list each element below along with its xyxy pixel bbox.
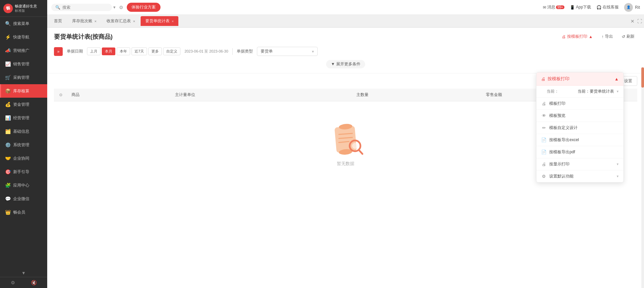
tab-order-stats[interactable]: 要货单统计表 × <box>141 16 178 26</box>
sidebar-search[interactable]: 🔍 搜索菜单 <box>0 17 47 30</box>
main-area: 🔍 ▾ ⚙ 体验行业方案 ✉ 消息 99+ 📱 App下载 🎧 在线客服 👤 <box>47 0 644 288</box>
date-cur-month[interactable]: 本月 <box>102 47 115 55</box>
dropdown-header: 🖨 按模板打印 ▲ <box>536 72 623 86</box>
wechat-icon: 💬 <box>4 195 11 202</box>
sidebar-item-guide[interactable]: 🎯 新手引导 <box>0 165 47 179</box>
print-btn[interactable]: 🖨 按模板打印 ▲ <box>559 32 595 41</box>
dropdown-item-display-print[interactable]: 🖨 按显示打印 ▾ <box>536 158 623 170</box>
empty-illustration <box>329 122 362 155</box>
dropdown-header-right: ▲ <box>614 76 619 82</box>
sidebar-item-operations[interactable]: 📊 经营管理 <box>0 111 47 125</box>
sidebar-item-sales[interactable]: 📈 销售管理 <box>0 57 47 71</box>
search-input[interactable] <box>62 5 106 10</box>
sidebar-item-member[interactable]: 👑 畅会员 <box>0 205 47 219</box>
dropdown-item-template-custom[interactable]: ✏ 模板自定义设计 <box>536 122 623 134</box>
sidebar-item-quicknav[interactable]: ⚡ 快捷导航 <box>0 30 47 44</box>
message-badge: 99+ <box>556 5 564 9</box>
sidebar-item-basic[interactable]: 🗂️ 基础信息 <box>0 125 47 138</box>
refresh-btn[interactable]: ↺ 刷新 <box>619 32 637 41</box>
col-goods: 商品 <box>67 89 171 101</box>
sidebar-item-finance[interactable]: 💰 资金管理 <box>0 98 47 111</box>
topbar-search-box[interactable]: 🔍 <box>51 4 112 11</box>
sidebar-item-system[interactable]: ⚙️ 系统管理 <box>0 138 47 152</box>
sidebar-item-appcenter[interactable]: 🧩 应用中心 <box>0 179 47 192</box>
template-pdf-label: 按模板导出pdf <box>549 149 619 155</box>
date-prev-month[interactable]: 上月 <box>87 47 100 55</box>
tab-close-receipts-summary[interactable]: × <box>133 19 135 23</box>
order-type-select[interactable]: 要货单 ▾ <box>257 47 318 56</box>
tab-batch-account[interactable]: 库存批次账 × <box>67 16 101 26</box>
filter-row: » 单据日期 上月 本月 本年 近7天 更多 自定义 2023-06-01 至 … <box>54 47 637 56</box>
sidebar-item-collab[interactable]: 🤝 企业协同 <box>0 152 47 165</box>
topbar: 🔍 ▾ ⚙ 体验行业方案 ✉ 消息 99+ 📱 App下载 🎧 在线客服 👤 <box>47 0 644 15</box>
dropdown-item-template-pdf[interactable]: 📄 按模板导出pdf <box>536 146 623 158</box>
appcenter-icon: 🧩 <box>4 182 11 189</box>
sales-icon: 📈 <box>4 61 11 67</box>
window-controls: ✕ ⛶ <box>631 19 642 24</box>
filter-divider <box>232 48 233 55</box>
col-settings[interactable]: ⚙ <box>54 89 67 101</box>
sidebar-item-marketing[interactable]: 📣 营销推广 <box>0 44 47 57</box>
export-btn[interactable]: ↑ 导出 <box>599 32 616 41</box>
operations-icon: 📊 <box>4 115 11 121</box>
online-service-btn[interactable]: 🎧 在线客服 <box>596 4 619 10</box>
tab-receipts-summary[interactable]: 收发存汇总表 × <box>102 16 140 26</box>
tab-close-batch-account[interactable]: × <box>94 19 96 23</box>
scrollbar-track <box>641 67 644 288</box>
dropdown-item-template-excel[interactable]: 📄 按模板导出excel <box>536 134 623 146</box>
dropdown-item-template-print[interactable]: 🖨 模板打印 <box>536 98 623 110</box>
empty-text: 暂无数据 <box>337 161 354 167</box>
table-settings-icon[interactable]: ⚙ <box>59 93 63 97</box>
date-7days[interactable]: 近7天 <box>131 47 147 55</box>
template-pdf-icon: 📄 <box>541 150 547 155</box>
expand-down-icon: ▼ <box>331 62 335 66</box>
page-title: 要货单统计表(按商品) <box>54 33 113 41</box>
headset-icon: 🎧 <box>596 5 602 10</box>
sidebar-nav: ⚡ 快捷导航 📣 营销推广 📈 销售管理 🛒 采购管理 📦 库存核算 💰 资金管… <box>0 30 47 269</box>
sidebar-scroll-down[interactable]: ▼ <box>0 269 47 277</box>
dropdown-collapse-arrow[interactable]: ▲ <box>614 76 619 82</box>
expand-more-btn[interactable]: ▼ 展开更多条件 <box>326 60 365 68</box>
collab-icon: 🤝 <box>4 155 11 162</box>
dropdown-current-value: 当前：要货单统计表 <box>578 89 614 94</box>
window-close-btn[interactable]: ✕ <box>631 19 635 24</box>
username-label: Rit <box>635 5 640 10</box>
window-expand-btn[interactable]: ⛶ <box>637 19 642 24</box>
svg-rect-0 <box>334 126 357 153</box>
date-more[interactable]: 更多 <box>148 47 162 55</box>
purchase-icon: 🛒 <box>4 74 11 81</box>
topbar-gear-icon[interactable]: ⚙ <box>119 5 123 10</box>
template-custom-icon: ✏ <box>541 125 547 130</box>
filter-bar: » 单据日期 上月 本月 本年 近7天 更多 自定义 2023-06-01 至 … <box>47 44 644 73</box>
dropdown-item-default-func[interactable]: ⚙ 设置默认功能 ▾ <box>536 170 623 182</box>
settings-bottom-icon[interactable]: ⚙ <box>11 280 15 285</box>
date-custom[interactable]: 自定义 <box>163 47 180 55</box>
dropdown-item-template-preview[interactable]: 👁 模板预览 <box>536 110 623 122</box>
tab-close-order-stats[interactable]: × <box>172 19 174 23</box>
mute-bottom-icon[interactable]: 🔇 <box>31 280 37 285</box>
tab-home[interactable]: 首页 <box>49 16 67 26</box>
dropdown-current-item[interactable]: 当前： 当前：要货单统计表 ▾ <box>536 86 623 98</box>
order-type-value: 要货单 <box>261 49 311 54</box>
export-icon: ↑ <box>602 34 604 39</box>
date-cur-year[interactable]: 本年 <box>117 47 130 55</box>
message-btn[interactable]: ✉ 消息 99+ <box>543 4 564 10</box>
order-type-label: 单据类型 <box>237 49 253 54</box>
message-icon: ✉ <box>543 5 546 10</box>
default-func-arrow: ▾ <box>617 174 619 179</box>
tab-bar: 首页 库存批次账 × 收发存汇总表 × 要货单统计表 × ✕ ⛶ <box>47 15 644 28</box>
sidebar-item-inventory[interactable]: 📦 库存核算 <box>0 84 47 98</box>
date-label: 单据日期 <box>67 49 83 54</box>
print-dropdown-menu: 🖨 按模板打印 ▲ 当前： 当前：要货单统计表 ▾ 🖨 模板打印 👁 模板预览 <box>536 72 624 183</box>
scrollbar-thumb[interactable] <box>641 67 644 88</box>
sidebar-item-wechat[interactable]: 💬 企业微信 <box>0 192 47 205</box>
dropdown-title-area: 🖨 按模板打印 <box>541 76 569 82</box>
filter-expand-icon[interactable]: » <box>54 47 63 56</box>
sidebar-item-purchase[interactable]: 🛒 采购管理 <box>0 71 47 84</box>
avatar: 👤 <box>624 3 633 12</box>
topbar-dropdown-arrow[interactable]: ▾ <box>113 5 116 10</box>
experience-btn[interactable]: 体验行业方案 <box>127 3 160 12</box>
app-download-btn[interactable]: 📱 App下载 <box>570 4 591 10</box>
sidebar-logo: 畅 畅捷通好生意 标准版 <box>0 0 47 17</box>
user-area[interactable]: 👤 Rit <box>624 3 640 12</box>
